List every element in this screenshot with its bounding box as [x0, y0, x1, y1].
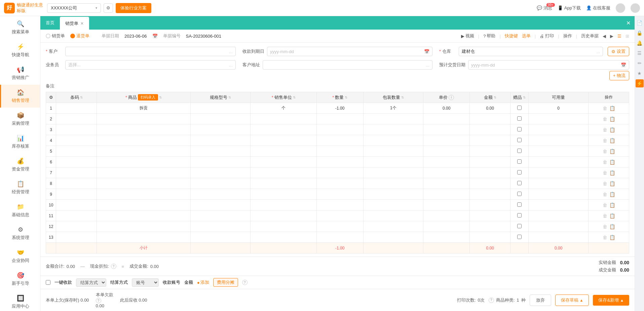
- copy-row-5-icon[interactable]: 📋: [609, 149, 615, 154]
- product-sort-icon[interactable]: ⇅: [159, 95, 162, 99]
- sidebar-item-basics[interactable]: 📁 基础信息: [0, 199, 40, 222]
- row-1-amount[interactable]: 0.00: [470, 103, 510, 114]
- operate-link[interactable]: 操作: [563, 33, 572, 39]
- tab-bar-close-button[interactable]: ✕: [622, 20, 635, 26]
- copy-row-4-icon[interactable]: 📋: [609, 138, 615, 143]
- copy-row-9-icon[interactable]: 📋: [609, 192, 615, 197]
- sidebar-item-inventory[interactable]: 📊 库存核算: [0, 130, 40, 153]
- sidebar-item-quick-nav[interactable]: ⚡ 快捷导航: [0, 39, 40, 62]
- barcode-sort-icon[interactable]: ⇅: [80, 95, 83, 99]
- print-link[interactable]: 🖨 打印: [540, 33, 554, 39]
- radio-sales-order[interactable]: 销货单: [46, 33, 65, 39]
- overdue-info-icon[interactable]: ?: [96, 298, 101, 303]
- history-link[interactable]: 历史单据: [581, 33, 599, 39]
- avatar-2[interactable]: [631, 3, 640, 13]
- payment-info-icon[interactable]: ?: [242, 280, 248, 285]
- warehouse-input[interactable]: 建材仓 ...: [459, 47, 603, 56]
- right-tool-note-icon[interactable]: 📄: [636, 19, 644, 27]
- unit-sort-icon[interactable]: ⇅: [293, 95, 296, 99]
- th-settings[interactable]: ⚙: [46, 92, 56, 103]
- delete-row-2-icon[interactable]: 🗑: [603, 116, 607, 122]
- copy-row-3-icon[interactable]: 📋: [609, 127, 615, 132]
- tab-close-icon[interactable]: ✕: [80, 21, 84, 26]
- right-tool-lock-icon[interactable]: 🔒: [636, 29, 644, 37]
- sidebar-item-purchase[interactable]: 📦 采购管理: [0, 108, 40, 130]
- shortcut-link[interactable]: 快捷键: [505, 33, 518, 39]
- calendar-icon[interactable]: 📅: [152, 34, 158, 39]
- gift-sort-icon[interactable]: ⇅: [523, 95, 526, 99]
- delete-row-13-icon[interactable]: 🗑: [603, 235, 607, 240]
- message-button[interactable]: 💬 消息 99+: [537, 5, 552, 11]
- delete-row-11-icon[interactable]: 🗑: [603, 213, 607, 219]
- copy-row-1-icon[interactable]: 📋: [609, 106, 615, 111]
- row-1-barcode[interactable]: [56, 103, 97, 114]
- price-info-icon[interactable]: i: [449, 95, 454, 100]
- delete-row-7-icon[interactable]: 🗑: [603, 170, 607, 176]
- sidebar-item-sales[interactable]: 🏠 销售管理: [0, 85, 40, 108]
- sidebar-item-marketing[interactable]: 📢 营销推广: [0, 62, 40, 85]
- amount-sort-icon[interactable]: ⇅: [494, 95, 496, 99]
- right-tool-list-icon[interactable]: ☰: [636, 49, 644, 57]
- row-1-gift-checkbox[interactable]: [517, 106, 522, 110]
- delete-row-1-icon[interactable]: 🗑: [603, 106, 607, 111]
- next-icon[interactable]: ▶: [610, 34, 613, 39]
- tab-sales-order[interactable]: 销货单 ✕: [60, 17, 89, 30]
- right-tool-star-icon[interactable]: ★: [636, 69, 644, 77]
- save-new-button[interactable]: 保存&新增 ▲: [593, 295, 629, 306]
- settings-icon-top[interactable]: ⚙: [104, 3, 113, 13]
- online-service-button[interactable]: 👤 在线客服: [586, 5, 610, 11]
- copy-row-7-icon[interactable]: 📋: [609, 170, 615, 176]
- avatar[interactable]: [616, 3, 625, 13]
- delete-row-10-icon[interactable]: 🗑: [603, 202, 607, 208]
- qty-sort-icon[interactable]: ⇅: [345, 95, 347, 99]
- delete-row-5-icon[interactable]: 🗑: [603, 149, 607, 154]
- due-date-input[interactable]: yyyy-mm-dd 📅: [267, 47, 432, 56]
- delivery-date-input[interactable]: yyyy-mm-dd 📅: [468, 60, 629, 70]
- scan-button[interactable]: 扫码录入: [138, 94, 158, 101]
- pkg-sort-icon[interactable]: ⇅: [401, 95, 404, 99]
- add-payment-button[interactable]: ● 添加: [197, 279, 209, 285]
- prev-icon[interactable]: ◀: [603, 34, 606, 39]
- copy-row-13-icon[interactable]: 📋: [609, 235, 615, 240]
- customer-address-input[interactable]: ...: [263, 60, 432, 70]
- copy-row-10-icon[interactable]: 📋: [609, 202, 615, 208]
- row-1-product[interactable]: 拆贡: [97, 103, 190, 114]
- copy-row-2-icon[interactable]: 📋: [609, 116, 615, 122]
- delete-row-9-icon[interactable]: 🗑: [603, 192, 607, 197]
- expense-split-button[interactable]: 费用分摊: [213, 278, 238, 287]
- product-types-info-icon[interactable]: ?: [489, 298, 494, 303]
- row-1-spec[interactable]: [190, 103, 251, 114]
- account-select[interactable]: 账号: [132, 278, 159, 287]
- right-tool-edit-icon[interactable]: ✏: [636, 59, 644, 67]
- sidebar-item-finance[interactable]: 💰 资金管理: [0, 153, 40, 176]
- sidebar-item-operations[interactable]: 📋 经营管理: [0, 176, 40, 199]
- due-date-calendar-icon[interactable]: 📅: [424, 49, 429, 54]
- copy-row-8-icon[interactable]: 📋: [609, 181, 615, 186]
- settings-button[interactable]: ⚙ 设置: [608, 47, 629, 56]
- app-download-button[interactable]: 📱 App下载: [558, 5, 581, 11]
- delete-row-6-icon[interactable]: 🗑: [603, 159, 607, 165]
- abandon-button[interactable]: 放弃: [530, 295, 551, 306]
- one-click-payment-checkbox[interactable]: [46, 280, 50, 285]
- radio-return-order[interactable]: 退货单: [70, 33, 89, 39]
- delete-row-12-icon[interactable]: 🗑: [603, 224, 607, 229]
- customer-input[interactable]: ...: [65, 47, 236, 56]
- company-selector[interactable]: XXXXXX公司 ▾: [47, 3, 101, 13]
- logistics-button[interactable]: + 物流: [609, 71, 629, 80]
- right-tool-bell-icon[interactable]: 🔔: [636, 39, 644, 47]
- row-1-quantity[interactable]: -1.00: [317, 103, 364, 114]
- row-1-pkg-qty[interactable]: 1个: [363, 103, 423, 114]
- tab-home[interactable]: 首页: [40, 16, 60, 30]
- delete-row-8-icon[interactable]: 🗑: [603, 181, 607, 186]
- delete-row-4-icon[interactable]: 🗑: [603, 138, 607, 143]
- save-draft-button[interactable]: 保存草稿 ▲: [555, 295, 589, 306]
- spec-sort-icon[interactable]: ⇅: [228, 95, 231, 99]
- delete-row-3-icon[interactable]: 🗑: [603, 127, 607, 132]
- row-1-gift[interactable]: [510, 103, 528, 114]
- grid-view-icon[interactable]: ⊞: [626, 34, 629, 39]
- row-2-product[interactable]: [97, 114, 190, 124]
- row-2-barcode[interactable]: [56, 114, 97, 124]
- sidebar-item-enterprise[interactable]: 🤝 企业协同: [0, 245, 40, 268]
- help-link[interactable]: ? 帮助: [483, 33, 495, 39]
- copy-row-12-icon[interactable]: 📋: [609, 224, 615, 229]
